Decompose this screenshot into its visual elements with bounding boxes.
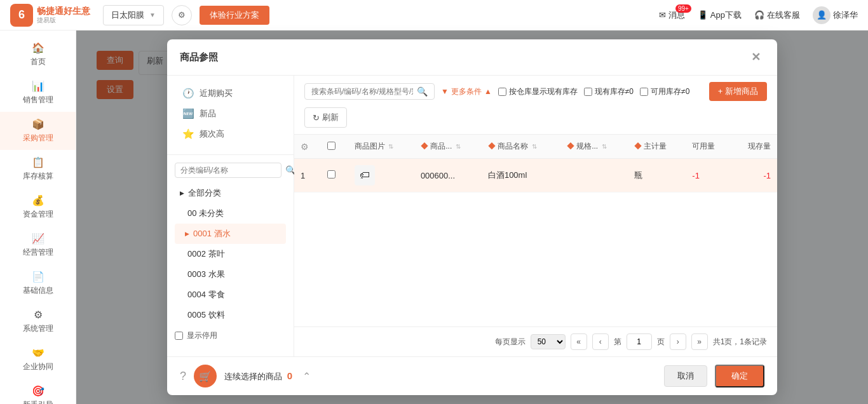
more-conditions-button[interactable]: ▼ 更多条件 ▲ bbox=[441, 86, 492, 97]
sidebar-label-finance: 资金管理 bbox=[23, 209, 53, 220]
quick-recent[interactable]: 🕐 近期购买 bbox=[175, 83, 286, 104]
cart-button[interactable]: 🛒 bbox=[194, 365, 217, 387]
show-disabled-checkbox[interactable] bbox=[175, 332, 183, 340]
refresh-button[interactable]: ↻ 刷新 bbox=[304, 107, 347, 128]
clock-icon: 🕐 bbox=[182, 88, 194, 99]
sidebar-item-enterprise[interactable]: 🤝 企业协同 bbox=[0, 340, 76, 379]
col-checkbox bbox=[321, 135, 348, 159]
chevron-up-icon: ▲ bbox=[484, 87, 492, 96]
sidebar-item-purchase[interactable]: 📦 采购管理 bbox=[0, 112, 76, 150]
category-search-input[interactable] bbox=[175, 163, 281, 178]
sidebar-label-home: 首页 bbox=[31, 57, 46, 67]
show-disabled-checkbox-row: 显示停用 bbox=[167, 323, 294, 349]
prev-page-button[interactable]: ‹ bbox=[592, 333, 609, 350]
category-drinks[interactable]: 0005 饮料 bbox=[175, 305, 286, 323]
per-page-select[interactable]: 50 10 20 100 bbox=[531, 334, 566, 349]
messages-btn[interactable]: ✉ 消息 99+ bbox=[659, 10, 685, 21]
sidebar-item-system[interactable]: ⚙ 系统管理 bbox=[0, 302, 76, 340]
category-uncategorized[interactable]: 00 未分类 bbox=[175, 203, 286, 224]
logo-text: 畅捷通好生意 捷易版 bbox=[37, 6, 90, 24]
operations-icon: 📈 bbox=[32, 232, 44, 245]
available-stock-checkbox[interactable] bbox=[640, 88, 648, 96]
cell-spec bbox=[560, 159, 628, 192]
chevron-down-icon: ▼ bbox=[149, 11, 156, 18]
sort-name-arrows: ⇅ bbox=[532, 143, 537, 150]
app-download-btn[interactable]: 📱 App下载 bbox=[698, 10, 742, 21]
modal-title: 商品参照 bbox=[180, 51, 218, 64]
sidebar-label-system: 系统管理 bbox=[23, 323, 53, 334]
product-search-input[interactable] bbox=[311, 87, 413, 96]
col-spec: ◆ 规格... ⇅ bbox=[560, 135, 628, 159]
messages-badge: 99+ bbox=[675, 4, 691, 13]
warehouse-stock-filter[interactable]: 按仓库显示现有库存 bbox=[498, 86, 578, 97]
sidebar-item-operations[interactable]: 📈 经营管理 bbox=[0, 226, 76, 264]
category-tea[interactable]: 0002 茶叶 bbox=[175, 244, 286, 264]
finance-icon: 💰 bbox=[32, 194, 44, 206]
modal-header: 商品参照 ✕ bbox=[167, 39, 777, 76]
quick-frequent[interactable]: ⭐ 频次高 bbox=[175, 124, 286, 144]
star-icon: ⭐ bbox=[182, 128, 194, 140]
quick-new[interactable]: 🆕 新品 bbox=[175, 104, 286, 124]
nav-dropdown[interactable]: 日太阳膜 ▼ bbox=[103, 5, 164, 25]
sidebar: 🏠 首页 📊 销售管理 📦 采购管理 📋 库存核算 💰 资金管理 📈 经营管理 … bbox=[0, 30, 76, 404]
next-page-button[interactable]: › bbox=[670, 333, 686, 350]
page-number-input[interactable] bbox=[627, 333, 652, 350]
last-page-button[interactable]: » bbox=[691, 333, 708, 350]
page-suffix: 页 bbox=[657, 337, 665, 347]
modal-close-button[interactable]: ✕ bbox=[747, 48, 764, 66]
sidebar-item-sales[interactable]: 📊 销售管理 bbox=[0, 74, 76, 112]
cell-available: -1 bbox=[686, 159, 731, 192]
cell-unit: 瓶 bbox=[628, 159, 686, 192]
sidebar-item-finance[interactable]: 💰 资金管理 bbox=[0, 188, 76, 226]
left-panel: 🕐 近期购买 🆕 新品 ⭐ 频次高 bbox=[167, 76, 294, 356]
sidebar-item-basic-info[interactable]: 📄 基础信息 bbox=[0, 264, 76, 302]
col-available: 可用量 bbox=[686, 135, 731, 159]
cell-image: 🏷 bbox=[348, 159, 414, 192]
new-product-button[interactable]: + 新增商品 bbox=[709, 82, 767, 101]
headset-icon: 🎧 bbox=[754, 10, 764, 20]
online-service-btn[interactable]: 🎧 在线客服 bbox=[754, 10, 800, 21]
row-checkbox[interactable] bbox=[327, 170, 336, 178]
warehouse-checkbox[interactable] bbox=[498, 88, 506, 96]
purchase-icon: 📦 bbox=[32, 118, 44, 130]
cancel-button[interactable]: 取消 bbox=[664, 365, 707, 387]
cell-name: 白酒100ml bbox=[482, 159, 560, 192]
per-page-label: 每页显示 bbox=[495, 337, 526, 347]
search-icon[interactable]: 🔍 bbox=[417, 86, 428, 97]
current-stock-checkbox[interactable] bbox=[584, 88, 592, 96]
logo-main: 畅捷通好生意 bbox=[37, 6, 90, 17]
help-icon[interactable]: ? bbox=[180, 370, 186, 383]
col-code: ◆ 商品... ⇅ bbox=[414, 135, 482, 159]
category-snacks[interactable]: 0004 零食 bbox=[175, 285, 286, 305]
sidebar-label-operations: 经营管理 bbox=[23, 247, 53, 258]
confirm-button[interactable]: 确定 bbox=[715, 365, 764, 387]
first-page-button[interactable]: « bbox=[571, 333, 587, 350]
sidebar-item-home[interactable]: 🏠 首页 bbox=[0, 36, 76, 74]
category-alcohol[interactable]: ▶ 0001 酒水 bbox=[175, 224, 286, 244]
gear-button[interactable]: ⚙ bbox=[172, 5, 192, 25]
modal-footer: ? 🛒 连续选择的商品 0 ⌃ 取消 确定 bbox=[167, 356, 777, 395]
sidebar-item-inventory[interactable]: 📋 库存核算 bbox=[0, 150, 76, 188]
user-area[interactable]: 👤 徐泽华 bbox=[813, 6, 858, 24]
experience-button[interactable]: 体验行业方案 bbox=[200, 6, 269, 25]
current-stock-filter[interactable]: 现有库存≠0 bbox=[584, 86, 634, 97]
category-fruit[interactable]: 0003 水果 bbox=[175, 264, 286, 285]
product-table: ⚙ 商品图片 ⇅ bbox=[294, 135, 777, 192]
pagination: 每页显示 50 10 20 100 « ‹ 第 页 bbox=[294, 327, 777, 356]
col-name: ◆ 商品名称 ⇅ bbox=[482, 135, 560, 159]
select-all-checkbox[interactable] bbox=[327, 142, 336, 150]
table-row[interactable]: 1 🏷 000600... 白酒100ml bbox=[294, 159, 777, 192]
collapse-selection-button[interactable]: ⌃ bbox=[302, 370, 311, 382]
sidebar-label-basic-info: 基础信息 bbox=[23, 285, 53, 296]
content-area: 查询 刷新 设置 商品参照 ✕ bbox=[76, 30, 868, 404]
sort-code-icon: ◆ bbox=[421, 142, 428, 151]
quick-section: 🕐 近期购买 🆕 新品 ⭐ 频次高 bbox=[167, 83, 294, 152]
available-stock-filter[interactable]: 可用库存≠0 bbox=[640, 86, 689, 97]
cell-checkbox bbox=[321, 159, 348, 192]
col-image: 商品图片 ⇅ bbox=[348, 135, 414, 159]
cell-code: 000600... bbox=[414, 159, 482, 192]
product-table-container: ⚙ 商品图片 ⇅ bbox=[294, 135, 777, 327]
sidebar-item-guide[interactable]: 🎯 新手引导 bbox=[0, 379, 76, 404]
category-all[interactable]: ▶ 全部分类 bbox=[175, 183, 286, 203]
column-settings-icon[interactable]: ⚙ bbox=[301, 142, 309, 152]
